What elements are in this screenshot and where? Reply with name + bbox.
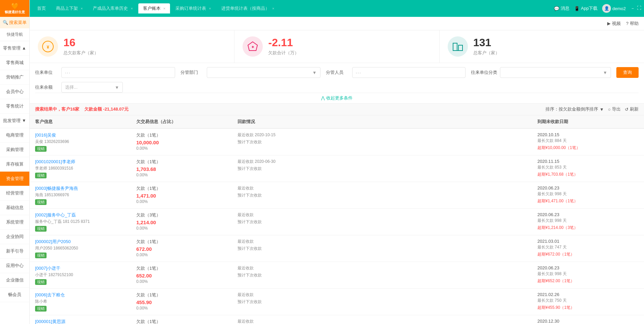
data-table: 客户信息 欠交易信息（占比） 回款情况 到期未收款日期 [0016]吴俊 吴俊 … — [30, 115, 644, 324]
debt-count-1: 欠款（1笔） — [136, 159, 237, 165]
sidebar-item-basic-info[interactable]: 基础信息 — [0, 201, 29, 215]
overdue-link-6[interactable]: 超期¥455.90（1笔） — [537, 305, 639, 311]
sidebar-item-member[interactable]: 会员中心 — [0, 85, 29, 99]
user-name-label: demo2 — [612, 6, 626, 11]
results-right: 排序：按欠款金额倒序排序 ▼ ○ 导出 ↺ 刷新 — [545, 106, 639, 112]
tab-home[interactable]: 首页 — [32, 3, 51, 13]
app-download-btn[interactable]: 📱 App下载 — [574, 5, 597, 11]
recovery-info-2: 最近收款 预计下次收款 — [237, 185, 537, 198]
unit-category-label: 往来单位分类 — [471, 69, 497, 76]
sidebar-item-label: 资金管理 — [6, 176, 24, 181]
overdue-link-4[interactable]: 超期¥672.00（1笔） — [537, 252, 639, 257]
due-date-0: 2020.10.15 — [537, 132, 639, 137]
tab-purchase-stats-label: 采购订单统计表 — [175, 5, 206, 11]
video-btn[interactable]: ▶ 视频 — [607, 21, 621, 27]
sidebar-item-system[interactable]: 系统管理 — [0, 215, 29, 230]
overdue-link-5[interactable]: 超期¥652.00（1笔） — [537, 278, 639, 284]
sidebar-item-batch-mgmt[interactable]: 批发管理 ▼ — [0, 114, 29, 128]
quick-nav-btn[interactable]: 快捷导航 — [0, 28, 29, 41]
overdue-link-1[interactable]: 超期¥1,703.68（1笔） — [537, 172, 639, 177]
debt-info-0: 欠款（1笔） 10,000.00 0.00% — [136, 132, 237, 151]
tab-products-off-close[interactable]: × — [81, 6, 83, 10]
tab-products-off[interactable]: 商品上下架 × — [51, 3, 87, 13]
logo-text: 畅捷通好生意 — [5, 10, 25, 14]
due-date-2: 2020.06.23 — [537, 185, 639, 190]
filter-unit-category: 往来单位分类 ▼ — [471, 67, 611, 78]
tab-customer-account-label: 客户账本 — [143, 5, 161, 11]
unit-category-input[interactable]: ▼ — [500, 67, 611, 78]
overdue-link-2[interactable]: 超期¥1,471.00（1笔） — [537, 198, 639, 204]
sidebar-item-label: 零售管理 ▲ — [3, 46, 26, 51]
customer-info-7: [000001]黄思源 黄思源 13552700226 现销 — [35, 319, 136, 324]
source-unit-label: 往来单位 — [35, 69, 59, 76]
stat-icon-total — [448, 36, 468, 57]
sidebar-item-wechat[interactable]: 企业微信 — [0, 273, 29, 288]
sidebar-item-purchase[interactable]: 采购管理 — [0, 143, 29, 157]
maximize-icon[interactable]: ⛶ — [637, 5, 641, 11]
table-row: [0003]畅捷服务尹海燕 海燕 18513066976 现销 欠款（1笔） 1… — [30, 182, 644, 209]
dept-input[interactable]: ▼ — [207, 67, 320, 78]
money-icon: ¥ — [42, 40, 54, 53]
sidebar-item-apps[interactable]: 应用中心 — [0, 259, 29, 273]
tab-inbound-stats-close[interactable]: × — [272, 6, 274, 10]
sidebar-item-retail-stats[interactable]: 零售统计 — [0, 99, 29, 114]
sidebar-item-retail-mgmt[interactable]: 零售管理 ▲ — [0, 41, 29, 56]
person-dots: ··· — [356, 70, 362, 75]
stat-icon-customers: ¥ — [38, 36, 58, 57]
recovery-date-5: 最近收款 — [237, 265, 537, 271]
message-btn[interactable]: 💬 消息 — [554, 5, 569, 11]
sidebar-item-newbie[interactable]: 新手引导 — [0, 244, 29, 259]
overdue-link-0[interactable]: 超期¥10,000.00（1笔） — [537, 145, 639, 151]
sidebar-item-corp[interactable]: 企业协同 — [0, 230, 29, 244]
source-unit-input[interactable]: ··· — [61, 67, 175, 78]
person-input[interactable]: ··· — [352, 67, 466, 78]
tab-production-history[interactable]: 产成品入库单历史 × — [88, 3, 137, 13]
tab-customer-account-close[interactable]: × — [163, 6, 165, 10]
refresh-btn[interactable]: ↺ 刷新 — [625, 106, 639, 112]
customer-name-5[interactable]: [0007]小迸干 — [35, 265, 136, 271]
customer-name-3[interactable]: [0002]服务中心_丁磊 — [35, 212, 136, 218]
customer-name-2[interactable]: [0003]畅捷服务尹海燕 — [35, 185, 136, 192]
tab-purchase-stats[interactable]: 采购订单统计表 × — [171, 3, 216, 13]
debt-amount-5: 652.00 — [136, 273, 237, 278]
sidebar-item-capital[interactable]: 资金管理 — [0, 172, 29, 186]
overdue-link-3[interactable]: 超期¥1,214.00（3笔） — [537, 225, 639, 231]
sidebar-item-vip[interactable]: 畅会员 — [0, 288, 29, 302]
sidebar-item-ops[interactable]: 经营管理 — [0, 186, 29, 201]
sidebar-item-marketing[interactable]: 营销推广 — [0, 70, 29, 85]
balance-input[interactable]: 选择... ▼ — [61, 82, 123, 93]
customer-name-7[interactable]: [000001]黄思源 — [35, 319, 136, 324]
collapse-filters-btn[interactable]: ⋀ 收起更多条件 — [35, 93, 639, 103]
tab-inbound-stats[interactable]: 进货单统计表（按商品） × — [217, 3, 279, 13]
recovery-info-0: 最近收款 2020-10-15 预计下次收款 — [237, 132, 537, 145]
sidebar-item-label: 批发管理 ▼ — [3, 118, 26, 123]
due-info-4: 2021.03.01 最长欠款 747 天 超期¥672.00（1笔） — [537, 239, 639, 257]
customer-name-4[interactable]: [000002]用户2050 — [35, 239, 136, 245]
sort-dropdown[interactable]: 排序：按欠款金额倒序排序 ▼ — [545, 106, 604, 112]
customer-name-6[interactable]: [0006]去下粮仓 — [35, 292, 136, 298]
recovery-info-5: 最近收款 预计下次收款 — [237, 265, 537, 278]
tab-purchase-stats-close[interactable]: × — [209, 6, 211, 10]
customer-name-1[interactable]: [0001020001]李老师 — [35, 159, 136, 165]
due-info-1: 2020.11.15 最长欠款 853 天 超期¥1,703.68（1笔） — [537, 159, 639, 177]
minimize-icon[interactable]: － — [631, 5, 635, 11]
recovery-date-6: 最近收款 — [237, 292, 537, 298]
sidebar-item-inventory[interactable]: 库存核算 — [0, 157, 29, 172]
svg-rect-5 — [458, 45, 463, 51]
search-icon: 🔍 — [3, 20, 8, 25]
help-btn[interactable]: ? 帮助 — [626, 21, 639, 27]
search-menu-btn[interactable]: 🔍 搜索菜单 — [0, 17, 29, 28]
sidebar-item-retail-mall[interactable]: 零售商城 — [0, 56, 29, 70]
sidebar-item-label: 企业微信 — [6, 277, 24, 283]
user-avatar-btn[interactable]: 👤 demo2 — [602, 4, 626, 13]
search-button[interactable]: 查询 — [616, 67, 639, 78]
customer-name-0[interactable]: [0016]吴俊 — [35, 132, 136, 138]
app-download-icon: 📱 — [574, 6, 580, 11]
app-download-label: App下载 — [581, 5, 597, 11]
sidebar-item-ecommerce[interactable]: 电商管理 — [0, 128, 29, 143]
tab-customer-account[interactable]: 客户账本 × — [138, 3, 170, 13]
export-btn[interactable]: ○ 导出 — [608, 106, 621, 112]
tab-products-off-label: 商品上下架 — [56, 5, 78, 11]
tab-production-history-close[interactable]: × — [131, 6, 133, 10]
customer-info-5: [0007]小迸干 小迸干 18279152100 现销 — [35, 265, 136, 285]
